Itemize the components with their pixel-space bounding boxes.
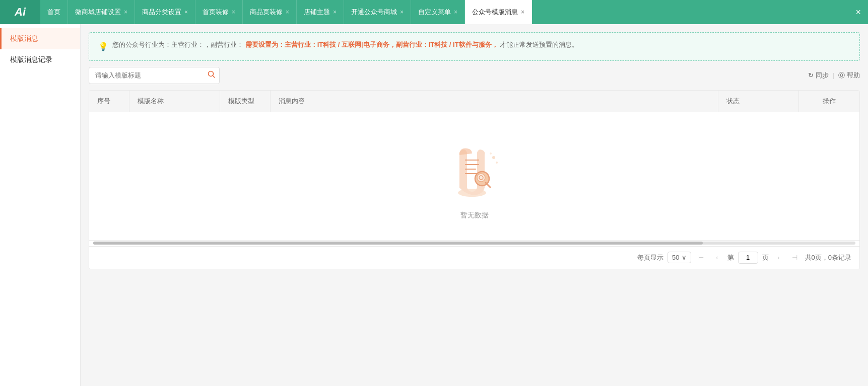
nav-tab-category-label: 商品分类设置 — [142, 8, 181, 17]
page-number-input[interactable] — [738, 252, 758, 264]
search-input[interactable] — [89, 67, 220, 84]
th-type: 模版类型 — [220, 91, 271, 112]
top-navbar: Ai 首页 微商城店铺设置 × 商品分类设置 × 首页装修 × 商品页装修 × … — [0, 0, 868, 24]
nav-tab-product-decor[interactable]: 商品页装修 × — [243, 0, 297, 24]
close-shop-theme-icon[interactable]: × — [333, 9, 337, 16]
close-template-msg-icon[interactable]: × — [521, 9, 524, 16]
scrollbar-track[interactable] — [93, 242, 855, 245]
th-content: 消息内容 — [271, 91, 718, 112]
per-page-chevron-icon: ∨ — [682, 254, 687, 261]
sync-label: 同步 — [816, 71, 829, 80]
prev-page-button[interactable]: ‹ — [711, 252, 723, 264]
sidebar-item-template-record[interactable]: 模版消息记录 — [0, 49, 80, 70]
scrollbar-thumb — [93, 242, 703, 245]
scrollbar-area[interactable] — [89, 240, 859, 246]
notice-banner: 💡 您的公众号行业为：主营行业：，副营行业： 需要设置为：主营行业：IT科技 /… — [89, 32, 860, 61]
nav-tab-home-decor[interactable]: 首页装修 × — [195, 0, 243, 24]
notice-prefix: 您的公众号行业为：主营行业：，副营行业： — [112, 41, 243, 48]
sidebar: 模版消息 模版消息记录 — [0, 24, 81, 386]
svg-point-13 — [490, 152, 492, 155]
empty-text: 暂无数据 — [460, 211, 489, 220]
page-label: 页 — [762, 253, 769, 262]
first-page-button[interactable]: ⊢ — [695, 252, 707, 264]
per-page-select[interactable]: 50 ∨ — [667, 252, 691, 263]
next-page-button[interactable]: › — [773, 252, 785, 264]
th-name: 模版名称 — [129, 91, 220, 112]
page-di-label: 第 — [727, 253, 734, 262]
sidebar-item-template-record-label: 模版消息记录 — [10, 55, 52, 63]
nav-tab-custom-menu-label: 自定义菜单 — [418, 8, 451, 17]
nav-tabs: 首页 微商城店铺设置 × 商品分类设置 × 首页装修 × 商品页装修 × 店铺主… — [40, 0, 848, 24]
svg-point-8 — [477, 174, 485, 182]
notice-text: 您的公众号行业为：主营行业：，副营行业： 需要设置为：主营行业：IT科技 / 互… — [112, 40, 578, 50]
sidebar-item-template-msg-label: 模版消息 — [10, 34, 38, 42]
total-pages-label: 共0页，0条记录 — [805, 253, 851, 262]
content-area: 💡 您的公众号行业为：主营行业：，副营行业： 需要设置为：主营行业：IT科技 /… — [81, 24, 868, 386]
th-seq: 序号 — [89, 91, 129, 112]
nav-tab-home-decor-label: 首页装修 — [203, 8, 229, 17]
th-status: 状态 — [718, 91, 799, 112]
notice-suffix: 才能正常发送预置的消息。 — [500, 41, 578, 48]
per-page-label: 每页显示 — [637, 253, 663, 262]
nav-tab-home[interactable]: 首页 — [40, 0, 68, 24]
close-category-icon[interactable]: × — [184, 9, 188, 16]
close-micro-shop-icon[interactable]: × — [124, 9, 127, 16]
toolbar-right: ↻ 同步 | ⓪ 帮助 — [808, 71, 860, 80]
nav-tab-template-msg-label: 公众号模版消息 — [472, 8, 518, 17]
notice-icon: 💡 — [98, 40, 108, 53]
nav-tab-template-msg[interactable]: 公众号模版消息 × — [465, 0, 532, 24]
table-body: 暂无数据 — [89, 112, 859, 240]
app-logo: Ai — [0, 0, 40, 24]
per-page-value: 50 — [672, 254, 679, 261]
table-header: 序号 模版名称 模版类型 消息内容 状态 操作 — [89, 91, 859, 112]
close-custom-menu-icon[interactable]: × — [454, 9, 457, 16]
close-product-decor-icon[interactable]: × — [286, 9, 289, 16]
svg-point-11 — [492, 156, 495, 159]
nav-tab-product-decor-label: 商品页装修 — [250, 8, 283, 17]
empty-state: 暂无数据 — [89, 112, 859, 240]
th-action: 操作 — [799, 91, 859, 112]
sidebar-item-template-msg[interactable]: 模版消息 — [0, 28, 80, 49]
close-home-decor-icon[interactable]: × — [232, 9, 235, 16]
nav-tab-open-mall[interactable]: 开通公众号商城 × — [344, 0, 411, 24]
nav-tab-open-mall-label: 开通公众号商城 — [351, 8, 397, 17]
toolbar-divider: | — [833, 71, 834, 79]
help-label: 帮助 — [847, 71, 860, 80]
nav-tab-home-label: 首页 — [47, 8, 60, 17]
data-table: 序号 模版名称 模版类型 消息内容 状态 操作 — [89, 90, 860, 269]
last-page-button[interactable]: ⊣ — [789, 252, 801, 264]
sync-icon: ↻ — [808, 71, 814, 79]
notice-highlight: 需要设置为：主营行业：IT科技 / 互联网|电子商务，副营行业：IT科技 / I… — [245, 41, 498, 48]
svg-point-12 — [496, 162, 498, 164]
main-layout: 模版消息 模版消息记录 💡 您的公众号行业为：主营行业：，副营行业： 需要设置为… — [0, 24, 868, 386]
help-circle-icon: ⓪ — [838, 71, 845, 80]
search-button[interactable] — [208, 70, 216, 81]
close-open-mall-icon[interactable]: × — [400, 9, 404, 16]
nav-tab-micro-shop[interactable]: 微商城店铺设置 × — [68, 0, 135, 24]
svg-line-1 — [213, 75, 215, 78]
sync-button[interactable]: ↻ 同步 — [808, 71, 829, 80]
help-button[interactable]: ⓪ 帮助 — [838, 71, 860, 80]
pagination: 每页显示 50 ∨ ⊢ ‹ 第 页 › ⊣ 共0页，0条记录 — [89, 246, 859, 269]
nav-tab-custom-menu[interactable]: 自定义菜单 × — [411, 0, 465, 24]
search-input-wrap — [89, 67, 220, 84]
search-bar: ↻ 同步 | ⓪ 帮助 — [89, 67, 860, 84]
nav-tab-category[interactable]: 商品分类设置 × — [135, 0, 195, 24]
close-all-tabs-button[interactable]: × — [848, 0, 868, 24]
nav-tab-micro-shop-label: 微商城店铺设置 — [75, 8, 121, 17]
nav-tab-shop-theme-label: 店铺主题 — [304, 8, 330, 17]
empty-illustration — [444, 142, 505, 203]
nav-tab-shop-theme[interactable]: 店铺主题 × — [297, 0, 344, 24]
